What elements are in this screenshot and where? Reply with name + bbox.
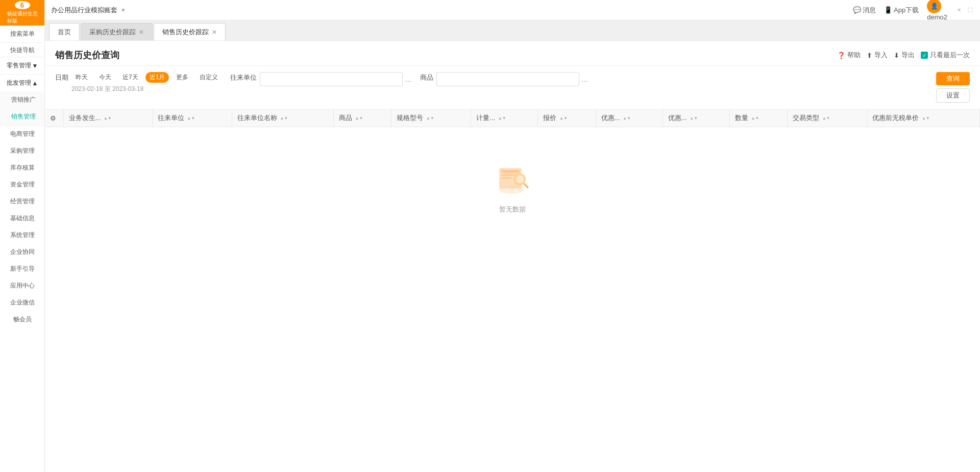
- tab-sales-history[interactable]: 销售历史价跟踪 ✕: [154, 23, 226, 40]
- main: 办公用品行业模拟账套 ▾ 💬 消息 📱 App下载 👤 demo2 ✕ ⛶: [45, 0, 980, 472]
- filter-product-select: ...: [436, 72, 588, 86]
- message-icon: 💬: [853, 6, 861, 14]
- th-product[interactable]: 商品 ▲▼: [333, 109, 391, 127]
- product-dots[interactable]: ...: [581, 75, 588, 84]
- svg-rect-3: [501, 174, 516, 176]
- sidebar-item-sales[interactable]: 销售管理: [0, 108, 44, 125]
- sidebar-item-ecommerce[interactable]: 电商管理: [0, 126, 44, 143]
- page-actions: ❓ 帮助 ⬆ 导入 ⬇ 导出 ✓ 只看最后一次: [837, 51, 970, 60]
- page-header: 销售历史价查询 ❓ 帮助 ⬆ 导入 ⬇ 导出 ✓ 只看最后一次: [45, 41, 980, 66]
- partner-input[interactable]: [260, 72, 403, 86]
- date-btn-today[interactable]: 今天: [95, 72, 115, 83]
- product-input[interactable]: [436, 72, 579, 86]
- filter-bar: 日期 昨天 今天 近7天 近1月 更多 自定义 2023-02-18 至 202…: [45, 66, 980, 109]
- gear-icon[interactable]: ⚙: [50, 114, 56, 122]
- date-options: 昨天 今天 近7天 近1月 更多 自定义: [71, 72, 222, 83]
- th-spec[interactable]: 规格型号 ▲▼: [391, 109, 471, 127]
- sidebar-search[interactable]: 搜索菜单: [0, 26, 44, 43]
- sidebar-group-wholesale: 批发管理 ▲ 营销推广 销售管理: [0, 75, 44, 126]
- only-last-checkbox[interactable]: ✓ 只看最后一次: [921, 51, 970, 60]
- sidebar-logo: 6 畅捷通好生意 标版: [0, 0, 44, 26]
- sort-icon-spec: ▲▼: [426, 116, 434, 121]
- sidebar-group-header-retail[interactable]: 零售管理 ▼: [0, 57, 44, 74]
- wholesale-label: 批发管理: [7, 79, 31, 87]
- filter-product: 商品 ...: [420, 72, 588, 86]
- sort-icon-biz-date: ▲▼: [104, 116, 112, 121]
- filter-partner-select: ...: [260, 72, 411, 86]
- tab-sales-close[interactable]: ✕: [212, 29, 217, 35]
- page-content: 销售历史价查询 ❓ 帮助 ⬆ 导入 ⬇ 导出 ✓ 只看最后一次: [45, 41, 980, 472]
- tab-purchase-history[interactable]: 采购历史价跟踪 ✕: [81, 23, 153, 40]
- filter-row: 日期 昨天 今天 近7天 近1月 更多 自定义 2023-02-18 至 202…: [55, 72, 928, 93]
- th-gear[interactable]: ⚙: [45, 109, 63, 127]
- sidebar-item-operations[interactable]: 经营管理: [0, 193, 44, 210]
- download-icon: 📱: [884, 6, 892, 14]
- partner-dots[interactable]: ...: [405, 75, 411, 84]
- th-price[interactable]: 报价 ▲▼: [538, 109, 596, 127]
- tab-home-label: 首页: [58, 28, 71, 37]
- sort-icon-discount2: ▲▼: [690, 116, 698, 121]
- import-icon: ⬆: [867, 52, 872, 59]
- filter-date-label: 日期: [55, 72, 68, 82]
- th-partner-code[interactable]: 往来单位 ▲▼: [152, 109, 232, 127]
- filter-partner-label: 往来单位: [230, 72, 257, 82]
- filter-partner: 往来单位 ...: [230, 72, 411, 86]
- date-btn-custom[interactable]: 自定义: [195, 72, 222, 83]
- table-container[interactable]: ⚙ 业务发生... ▲▼ 往来单位 ▲▼ 往来单位名称 ▲▼: [45, 109, 980, 472]
- topbar-dropdown-icon[interactable]: ▾: [121, 6, 125, 14]
- sidebar-item-apps[interactable]: 应用中心: [0, 277, 44, 294]
- sidebar-item-enterprise[interactable]: 企业协同: [0, 244, 44, 261]
- topbar-left: 办公用品行业模拟账套 ▾: [51, 6, 125, 15]
- th-discount1[interactable]: 优惠... ▲▼: [596, 109, 663, 127]
- tab-home[interactable]: 首页: [49, 23, 80, 40]
- sidebar-item-wechat[interactable]: 企业微信: [0, 294, 44, 311]
- sidebar-item-inventory[interactable]: 库存核算: [0, 159, 44, 176]
- th-discount2[interactable]: 优惠... ▲▼: [663, 109, 729, 127]
- sidebar-item-purchase[interactable]: 采购管理: [0, 143, 44, 159]
- empty-icon: [492, 158, 533, 199]
- logo-text: 畅捷通好生意 标版: [7, 10, 38, 25]
- user-profile[interactable]: 👤 demo2: [927, 0, 947, 21]
- tab-purchase-close[interactable]: ✕: [139, 29, 144, 35]
- sidebar-item-system[interactable]: 系统管理: [0, 227, 44, 244]
- filter-date-group: 昨天 今天 近7天 近1月 更多 自定义 2023-02-18 至 2023-0…: [71, 72, 222, 93]
- messages-btn[interactable]: 💬 消息: [853, 6, 876, 15]
- import-btn[interactable]: ⬆ 导入: [867, 51, 888, 60]
- tab-sales-label: 销售历史价跟踪: [162, 28, 209, 37]
- date-btn-1month[interactable]: 近1月: [145, 72, 169, 83]
- th-trade-type[interactable]: 交易类型 ▲▼: [788, 109, 867, 127]
- sidebar-group-header-wholesale[interactable]: 批发管理 ▲: [0, 75, 44, 91]
- th-unit[interactable]: 计量... ▲▼: [471, 109, 538, 127]
- expand-icon: ▼: [32, 62, 38, 69]
- sidebar-item-marketing[interactable]: 营销推广: [0, 91, 44, 108]
- close-window-btn[interactable]: ✕: [955, 7, 963, 14]
- help-btn[interactable]: ❓ 帮助: [837, 51, 861, 60]
- th-biz-date[interactable]: 业务发生... ▲▼: [63, 109, 152, 127]
- sidebar-item-beginner[interactable]: 新手引导: [0, 261, 44, 277]
- table-header-row: ⚙ 业务发生... ▲▼ 往来单位 ▲▼ 往来单位名称 ▲▼: [45, 109, 980, 127]
- app-download-btn[interactable]: 📱 App下载: [884, 6, 919, 15]
- query-button[interactable]: 查询: [936, 72, 970, 85]
- export-icon: ⬇: [894, 52, 899, 59]
- export-btn[interactable]: ⬇ 导出: [894, 51, 915, 60]
- date-btn-7days[interactable]: 近7天: [118, 72, 142, 83]
- sidebar-item-finance[interactable]: 资金管理: [0, 176, 44, 193]
- date-btn-more[interactable]: 更多: [172, 72, 192, 83]
- topbar-title: 办公用品行业模拟账套: [51, 6, 117, 15]
- th-quantity[interactable]: 数量 ▲▼: [729, 109, 787, 127]
- logo-icon: 6: [15, 1, 30, 9]
- date-range: 2023-02-18 至 2023-03-18: [71, 85, 222, 93]
- sidebar-item-member[interactable]: 畅会员: [0, 311, 44, 328]
- sidebar-item-basic[interactable]: 基础信息: [0, 210, 44, 227]
- user-avatar: 👤: [927, 0, 941, 13]
- sort-icon-partner-name: ▲▼: [280, 116, 288, 121]
- date-btn-yesterday[interactable]: 昨天: [71, 72, 92, 83]
- th-pretax-price[interactable]: 优惠前无税单价 ▲▼: [867, 109, 980, 127]
- tab-purchase-label: 采购历史价跟踪: [89, 28, 136, 37]
- maximize-window-btn[interactable]: ⛶: [967, 7, 974, 14]
- sidebar-nav-label[interactable]: 快捷导航: [0, 43, 44, 57]
- sort-icon-trade-type: ▲▼: [822, 116, 830, 121]
- th-partner-name[interactable]: 往来单位名称 ▲▼: [232, 109, 333, 127]
- settings-button[interactable]: 设置: [936, 88, 970, 103]
- svg-rect-2: [501, 170, 520, 173]
